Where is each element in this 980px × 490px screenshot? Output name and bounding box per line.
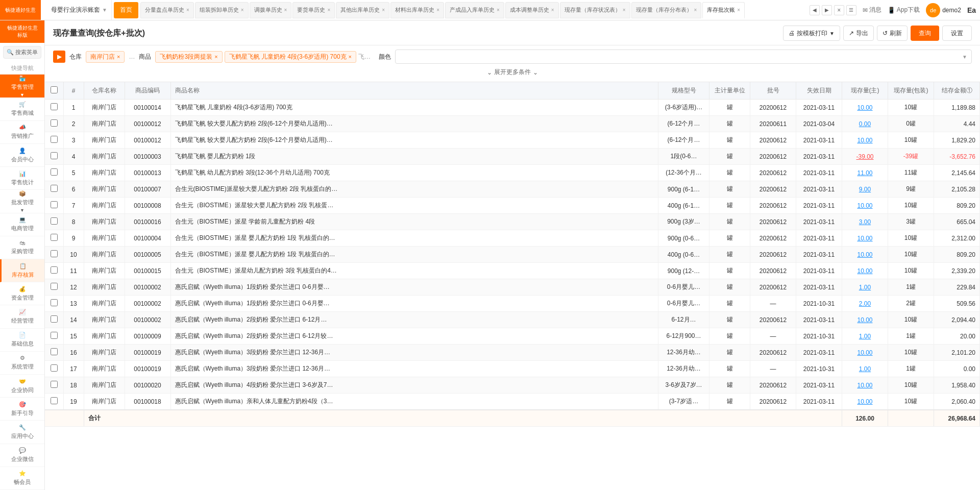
tab-close-btn[interactable]: ×	[834, 5, 844, 15]
sidebar-item-marketing[interactable]: 📣 营销推广	[0, 121, 44, 144]
tab-item-10[interactable]: 现存量（库存分布表） ×	[631, 2, 702, 18]
row-qty-main[interactable]: 1.00	[842, 279, 888, 296]
sidebar-item-basic-info[interactable]: 📄 基础信息	[0, 329, 44, 352]
row-qty-main[interactable]: 1.00	[842, 328, 888, 345]
row-qty-main[interactable]: 3.00	[842, 214, 888, 230]
sidebar-item-operations[interactable]: 📈 经营管理	[0, 305, 44, 328]
tab-item-2[interactable]: 组装拆卸单历史 ×	[195, 2, 249, 18]
sidebar-item-finance[interactable]: 💰 资金管理	[0, 282, 44, 305]
expand-more-btn[interactable]: ⌄ 展开更多条件 ⌄	[53, 67, 972, 78]
tab-item-7[interactable]: 产成品入库单历史 ×	[445, 2, 504, 18]
row-qty-main[interactable]: 10.00	[842, 247, 888, 263]
tab-close-2[interactable]: ×	[241, 7, 244, 13]
export-btn[interactable]: ↗ 导出	[843, 26, 874, 41]
row-qty-main[interactable]: 11.00	[842, 165, 888, 181]
tab-close-5[interactable]: ×	[382, 7, 385, 13]
warehouse-tag[interactable]: 南岸门店 ×	[86, 51, 125, 63]
row-checkbox[interactable]	[51, 201, 58, 208]
sidebar-item-system[interactable]: ⚙ 系统管理	[0, 352, 44, 375]
sidebar-item-vip[interactable]: ⭐ 畅会员	[0, 467, 44, 490]
row-qty-main[interactable]: 1.00	[842, 361, 888, 377]
tab-item-4[interactable]: 要货单历史 ×	[292, 2, 335, 18]
workspace-selector[interactable]: 母婴行业演示账套 ▼	[47, 0, 112, 20]
sidebar-item-wholesale[interactable]: 📦 批发管理 ▼	[0, 190, 44, 213]
row-checkbox[interactable]	[51, 119, 58, 127]
message-btn[interactable]: ✉ 消息	[863, 6, 881, 14]
row-qty-main[interactable]: 10.00	[842, 377, 888, 394]
row-checkbox[interactable]	[51, 315, 58, 323]
row-qty-main[interactable]: 2.00	[842, 296, 888, 312]
app-download-btn[interactable]: 📱 App下载	[888, 6, 920, 14]
row-checkbox[interactable]	[51, 168, 58, 176]
tab-item-11[interactable]: 库存批次账 ×	[702, 2, 745, 18]
row-checkbox[interactable]	[51, 364, 58, 372]
row-checkbox[interactable]	[51, 381, 58, 388]
tab-close-4[interactable]: ×	[327, 7, 330, 13]
tab-item-3[interactable]: 调拨单历史 ×	[250, 2, 292, 18]
row-qty-main[interactable]: 10.00	[842, 198, 888, 214]
tab-close-10[interactable]: ×	[694, 7, 697, 13]
tab-prev-arrow[interactable]: ◀	[810, 5, 820, 15]
row-checkbox[interactable]	[51, 250, 58, 257]
select-all-checkbox[interactable]	[51, 86, 58, 93]
tab-close-1[interactable]: ×	[186, 7, 189, 13]
tab-next-arrow[interactable]: ▶	[822, 5, 832, 15]
filter-expand-arrow[interactable]: ▶	[53, 51, 65, 63]
product-tag-1-remove[interactable]: ×	[214, 54, 217, 60]
tab-close-8[interactable]: ×	[551, 7, 554, 13]
row-qty-main[interactable]: 0.00	[842, 116, 888, 132]
sidebar-item-guide[interactable]: 🎯 新手引导	[0, 398, 44, 421]
row-qty-main[interactable]: 10.00	[842, 312, 888, 328]
sidebar-item-enterprise[interactable]: 🤝 企业协同	[0, 375, 44, 398]
tab-more-btn[interactable]: ☰	[846, 5, 856, 15]
row-qty-main[interactable]: 10.00	[842, 345, 888, 361]
tab-item-5[interactable]: 其他出库单历史 ×	[336, 2, 389, 18]
sidebar-item-purchase[interactable]: 🛍 采购管理	[0, 236, 44, 259]
row-checkbox[interactable]	[51, 332, 58, 339]
row-checkbox[interactable]	[51, 266, 58, 274]
sidebar-item-retail-mgmt[interactable]: 🏪 零售管理 ▼	[0, 75, 44, 97]
tab-item-8[interactable]: 成本调整单历史 ×	[505, 2, 559, 18]
warehouse-more[interactable]: …	[129, 53, 135, 60]
user-area[interactable]: de demo2	[926, 3, 961, 17]
sidebar-item-member[interactable]: 👤 会员中心	[0, 144, 44, 167]
sidebar-item-retail-stats[interactable]: 📊 零售统计	[0, 167, 44, 190]
row-checkbox[interactable]	[51, 217, 58, 225]
row-checkbox[interactable]	[51, 136, 58, 143]
search-btn[interactable]: 查询	[911, 26, 939, 41]
sidebar-item-inventory[interactable]: 📋 库存核算	[0, 259, 44, 282]
tab-close-9[interactable]: ×	[623, 7, 626, 13]
sidebar-item-app-center[interactable]: 🔧 应用中心	[0, 421, 44, 444]
tab-close-3[interactable]: ×	[284, 7, 287, 13]
warehouse-tag-remove[interactable]: ×	[117, 54, 120, 60]
tab-close-7[interactable]: ×	[497, 7, 500, 13]
tab-item-9[interactable]: 现存量（库存状况表） ×	[560, 2, 630, 18]
template-print-btn[interactable]: 🖨 按模板打印 ▼	[783, 26, 840, 41]
sidebar-search-btn[interactable]: 🔍 搜索英单	[3, 46, 41, 59]
tab-close-6[interactable]: ×	[436, 7, 439, 13]
row-qty-main[interactable]: 9.00	[842, 181, 888, 198]
product-tag-1[interactable]: 飞鹤奶粉3段两提装 ×	[155, 51, 222, 63]
tab-close-11[interactable]: ×	[737, 7, 740, 13]
tab-home[interactable]: 首页	[114, 2, 138, 18]
sidebar-item-wechat[interactable]: 💬 企业微信	[0, 444, 44, 467]
settings-btn[interactable]: 设置	[942, 26, 972, 41]
product-tag-2-remove[interactable]: ×	[349, 54, 352, 60]
row-checkbox[interactable]	[51, 397, 58, 404]
row-qty-main[interactable]: 10.00	[842, 132, 888, 149]
product-more[interactable]: 飞…	[358, 53, 371, 61]
row-qty-main[interactable]: -39.00	[842, 149, 888, 165]
row-qty-main[interactable]: 10.00	[842, 100, 888, 116]
product-tag-2[interactable]: 飞鹤星飞帆 儿童奶粉 4段(3-6岁适用) 700克 ×	[225, 51, 356, 63]
row-qty-main[interactable]: 10.00	[842, 263, 888, 279]
row-checkbox[interactable]	[51, 185, 58, 192]
row-qty-main[interactable]: 10.00	[842, 230, 888, 247]
row-checkbox[interactable]	[51, 152, 58, 159]
sidebar-item-retail-shop[interactable]: 🛒 零售商城	[0, 98, 44, 121]
row-checkbox[interactable]	[51, 103, 58, 110]
refresh-btn[interactable]: ↺ 刷新	[877, 26, 908, 41]
row-checkbox[interactable]	[51, 234, 58, 241]
row-checkbox[interactable]	[51, 299, 58, 306]
row-checkbox[interactable]	[51, 283, 58, 290]
color-filter-input[interactable]: ▼	[395, 50, 972, 64]
